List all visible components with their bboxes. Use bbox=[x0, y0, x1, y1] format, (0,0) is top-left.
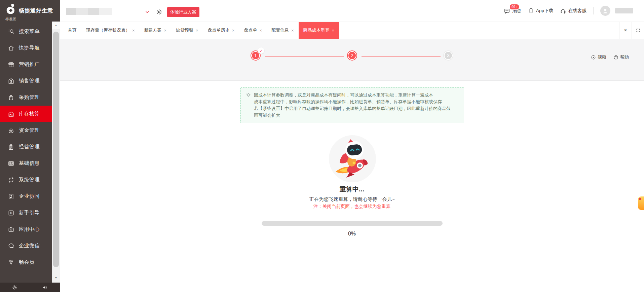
tab-close-icon[interactable]: × bbox=[132, 28, 135, 33]
tab-bar-actions: × bbox=[619, 22, 644, 39]
sidebar-item-label: 资金管理 bbox=[19, 127, 40, 134]
user-account[interactable] bbox=[600, 6, 633, 16]
step-circle: 1 ✓ bbox=[251, 51, 260, 60]
tab-3[interactable]: 缺货预警 × bbox=[171, 22, 203, 39]
scrollbar-thumb[interactable] bbox=[53, 32, 59, 267]
tab-2[interactable]: 新建方案 × bbox=[140, 22, 172, 39]
appcenter-icon bbox=[8, 226, 14, 233]
sidebar-item-gift[interactable]: 营销推广 bbox=[0, 56, 52, 73]
sidebar-item-idcard[interactable]: 基础信息 bbox=[0, 155, 52, 172]
tab-5[interactable]: 盘点单 × bbox=[239, 22, 267, 39]
close-icon: × bbox=[624, 27, 627, 33]
notice-line: 若【系统设置】中启用了自动调整记账日期时，会调整入库单的整单记账日期，因此重新计… bbox=[254, 105, 451, 112]
notice-box: 因成本计算参数调整，或是对商品成本有疑问时，可以通过成本重算功能，重新计算一遍成… bbox=[240, 87, 464, 123]
app-download-button[interactable]: App下载 bbox=[528, 8, 553, 14]
header-right: 消息 99+ App下载 在线客服 bbox=[504, 0, 633, 22]
sidebar-item-wecom[interactable]: 企业微信 bbox=[0, 238, 52, 254]
logo-block: 畅捷通好生意 标准版 bbox=[0, 0, 60, 22]
warehouse-icon bbox=[8, 111, 14, 117]
sidebar-item-money[interactable]: 资金管理 bbox=[0, 122, 52, 139]
tab-close-icon[interactable]: × bbox=[196, 28, 198, 33]
redacted-block bbox=[76, 8, 88, 15]
tab-close-icon[interactable]: × bbox=[232, 28, 235, 33]
sidebar-footer bbox=[0, 283, 60, 292]
headset-icon bbox=[560, 8, 566, 14]
tab-4[interactable]: 盘点单历史 × bbox=[203, 22, 239, 39]
progress-label: 0% bbox=[60, 231, 644, 237]
tab-7[interactable]: 商品成本重算 × bbox=[299, 22, 339, 39]
step-number: 2 bbox=[351, 53, 353, 58]
sidebar-item-label: 基础信息 bbox=[19, 160, 40, 167]
notice-line: 因成本计算参数调整，或是对商品成本有疑问时，可以通过成本重算功能，重新计算一遍成… bbox=[254, 92, 451, 99]
header-divider bbox=[593, 7, 594, 14]
scroll-up-button[interactable]: ▲ bbox=[52, 22, 60, 29]
help-link[interactable]: 帮助 bbox=[613, 54, 629, 60]
sidebar-item-label: 采购管理 bbox=[19, 94, 40, 101]
online-service-button[interactable]: 在线客服 bbox=[560, 8, 586, 14]
play-circle-icon bbox=[591, 55, 596, 60]
close-all-tabs-button[interactable]: × bbox=[619, 22, 632, 39]
scroll-down-button[interactable]: ▼ bbox=[52, 274, 60, 281]
user-name-redacted bbox=[615, 8, 633, 13]
fullscreen-button[interactable] bbox=[632, 22, 644, 39]
settings-gear-icon[interactable] bbox=[12, 285, 17, 290]
gift-icon bbox=[8, 61, 14, 68]
sidebar-item-collab[interactable]: 企业协同 bbox=[0, 188, 52, 205]
tab-label: 盘点单 bbox=[244, 27, 257, 33]
tab-label: 现存量（库存状况表） bbox=[86, 27, 130, 33]
experience-industry-button[interactable]: 体验行业方案 bbox=[167, 7, 199, 17]
sidebar-item-appcenter[interactable]: 应用中心 bbox=[0, 221, 52, 238]
sidebar-scrollbar: ▲ ▼ bbox=[52, 22, 60, 283]
tab-label: 配置信息 bbox=[271, 27, 289, 33]
step-number: 3 bbox=[447, 53, 450, 58]
messages-button[interactable]: 消息 99+ bbox=[504, 8, 521, 14]
member-icon bbox=[8, 259, 14, 266]
gear-icon[interactable] bbox=[156, 9, 162, 15]
chevron-down-icon[interactable] bbox=[145, 9, 150, 15]
step-circle: 2 bbox=[348, 51, 356, 60]
brand-logo-icon bbox=[5, 3, 17, 17]
video-link[interactable]: 视频 bbox=[591, 54, 606, 60]
floating-widget[interactable] bbox=[638, 196, 644, 210]
phone-icon bbox=[528, 8, 534, 14]
tab-close-icon[interactable]: × bbox=[291, 28, 294, 33]
step-2: 2 bbox=[322, 51, 382, 64]
avatar bbox=[600, 6, 610, 16]
sidebar-item-label: 快捷导航 bbox=[19, 45, 40, 51]
sidebar-item-sale[interactable]: 销售管理 bbox=[0, 73, 52, 89]
home-icon bbox=[8, 45, 14, 51]
step-circle: 3 bbox=[444, 51, 453, 60]
tab-close-icon[interactable]: × bbox=[259, 28, 262, 33]
sidebar-item-newbie[interactable]: 新 新手引导 bbox=[0, 205, 52, 221]
notice-line: 围可能会扩大 bbox=[254, 112, 451, 119]
tab-close-icon[interactable]: × bbox=[164, 28, 167, 33]
sidebar: 搜索菜单 快捷导航 营销推广 销售管理 采购管理 库存核算 资金管理 经营管理 … bbox=[0, 22, 52, 283]
sidebar-item-sync[interactable]: 系统管理 bbox=[0, 172, 52, 188]
app-window: 体验行业方案 消息 99+ App下载 在线客服 bbox=[0, 0, 644, 292]
tab-6[interactable]: 配置信息 × bbox=[267, 22, 299, 39]
sidebar-item-search[interactable]: 搜索菜单 bbox=[0, 23, 52, 40]
tab-label: 首页 bbox=[68, 27, 77, 33]
band-links-divider bbox=[610, 55, 610, 60]
sidebar-item-bag[interactable]: 采购管理 bbox=[0, 89, 52, 106]
search-icon bbox=[8, 28, 14, 35]
tab-close-icon[interactable]: × bbox=[332, 28, 335, 33]
sidebar-item-label: 系统管理 bbox=[19, 177, 40, 183]
sidebar-item-member[interactable]: 畅会员 bbox=[0, 254, 52, 270]
floating-widget-dot bbox=[639, 198, 641, 200]
band-links: 视频 帮助 bbox=[591, 54, 629, 60]
tab-0[interactable]: 首页 bbox=[63, 22, 81, 39]
progress-bar bbox=[60, 221, 644, 226]
step-check-icon: ✓ bbox=[258, 47, 264, 54]
sidebar-item-home[interactable]: 快捷导航 bbox=[0, 40, 52, 56]
sidebar-item-warehouse[interactable]: 库存核算 bbox=[0, 106, 52, 122]
sidebar-item-label: 企业协同 bbox=[19, 193, 40, 199]
sidebar-item-clipboard[interactable]: 经营管理 bbox=[0, 139, 52, 155]
speaker-icon[interactable] bbox=[42, 285, 48, 290]
sidebar-item-label: 经营管理 bbox=[19, 144, 40, 150]
sidebar-item-label: 畅会员 bbox=[19, 259, 35, 265]
notice-line: 成本重算过程中，影响库存账的操作均不能操作，比如进货单、销货单、库存单据不能审核… bbox=[254, 99, 451, 105]
account-name-redacted bbox=[66, 8, 148, 17]
redacted-block bbox=[66, 8, 76, 15]
tab-1[interactable]: 现存量（库存状况表） × bbox=[81, 22, 140, 39]
